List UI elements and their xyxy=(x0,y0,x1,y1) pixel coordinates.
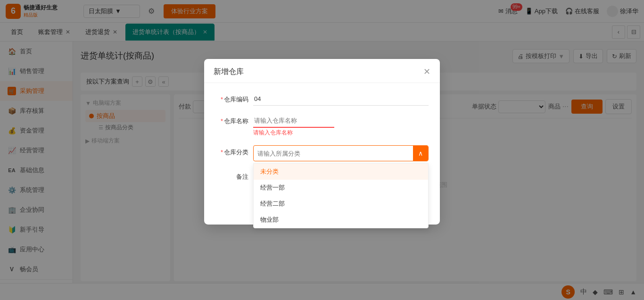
dropdown-item-unclassified[interactable]: 未分类 xyxy=(254,164,428,180)
category-toggle-button[interactable]: ∧ xyxy=(413,146,428,161)
name-form-row: *仓库名称 请输入仓库名称 xyxy=(215,114,429,137)
modal-body: *仓库编码 *仓库名称 请输入仓库名称 *仓库分类 xyxy=(204,83,440,199)
note-label: 备注 xyxy=(215,170,248,181)
code-input[interactable] xyxy=(253,92,429,106)
dropdown-item-dept1[interactable]: 经营一部 xyxy=(254,180,428,196)
modal-header: 新增仓库 ✕ xyxy=(204,59,440,83)
code-label: *仓库编码 xyxy=(215,92,248,104)
dropdown-item-property[interactable]: 物业部 xyxy=(254,212,428,228)
modal-title: 新增仓库 xyxy=(214,67,244,76)
code-form-row: *仓库编码 xyxy=(215,92,429,106)
category-input-wrapper: ∧ 未分类 经营一部 经营二部 物业部 xyxy=(253,145,429,161)
name-label: *仓库名称 xyxy=(215,114,248,125)
name-input[interactable] xyxy=(253,114,334,128)
category-input-row: ∧ xyxy=(253,145,429,161)
category-dropdown: 未分类 经营一部 经营二部 物业部 xyxy=(253,163,429,228)
category-label: *仓库分类 xyxy=(215,145,248,157)
modal-close-button[interactable]: ✕ xyxy=(423,67,430,77)
dropdown-item-dept2[interactable]: 经营二部 xyxy=(254,196,428,212)
name-error-tip: 请输入仓库名称 xyxy=(253,129,334,137)
add-warehouse-modal: 新增仓库 ✕ *仓库编码 *仓库名称 请输入仓库名称 xyxy=(204,59,440,225)
category-input[interactable] xyxy=(254,147,413,159)
category-form-row: *仓库分类 ∧ 未分类 经营一部 经营二部 物业部 xyxy=(215,145,429,161)
